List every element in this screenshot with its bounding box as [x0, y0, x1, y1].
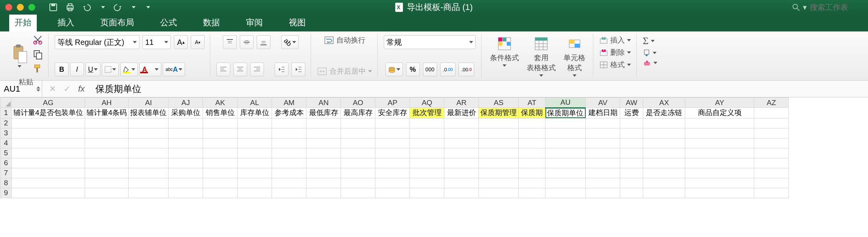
cell-AI6[interactable]: [129, 158, 169, 168]
cell-AI5[interactable]: [129, 148, 169, 158]
cell-AR9[interactable]: [444, 188, 479, 198]
row-header-9[interactable]: 9: [0, 188, 12, 198]
cell-AK9[interactable]: [203, 188, 237, 198]
row-header-1[interactable]: 1: [0, 108, 12, 118]
cell-AW7[interactable]: [620, 168, 643, 178]
cell-AM5[interactable]: [272, 148, 306, 158]
undo-caret[interactable]: [101, 6, 105, 8]
cell-AX6[interactable]: [643, 158, 685, 168]
cell-AS3[interactable]: [479, 128, 519, 138]
cell-AT6[interactable]: [519, 158, 545, 168]
cell-AU4[interactable]: [545, 138, 586, 148]
cell-AJ9[interactable]: [169, 188, 203, 198]
cell-AQ3[interactable]: [410, 128, 444, 138]
cell-AX9[interactable]: [643, 188, 685, 198]
increase-indent-button[interactable]: [292, 63, 305, 76]
cell-AG1[interactable]: 辅计量4是否包装单位: [12, 108, 85, 118]
cell-AT3[interactable]: [519, 128, 545, 138]
row-header-4[interactable]: 4: [0, 138, 12, 148]
cell-AX1[interactable]: 是否走冻链: [643, 108, 685, 118]
redo-icon[interactable]: [113, 3, 123, 12]
align-top-button[interactable]: [223, 35, 237, 49]
currency-button[interactable]: [385, 63, 403, 76]
cell-AS1[interactable]: 保质期管理: [479, 108, 519, 118]
cell-AS6[interactable]: [479, 158, 519, 168]
cell-AU9[interactable]: [545, 188, 586, 198]
cell-AP4[interactable]: [375, 138, 410, 148]
phonetic-button[interactable]: abcA: [163, 63, 185, 76]
undo-icon[interactable]: [83, 3, 93, 12]
col-header-AL[interactable]: AL: [237, 98, 272, 108]
cell-AS2[interactable]: [479, 118, 519, 128]
cell-AV9[interactable]: [586, 188, 620, 198]
col-header-AT[interactable]: AT: [519, 98, 545, 108]
cell-AG6[interactable]: [12, 158, 85, 168]
cell-AY2[interactable]: [685, 118, 754, 128]
cell-AV2[interactable]: [586, 118, 620, 128]
decrease-decimal-button[interactable]: .00.0: [459, 63, 474, 76]
cell-AL8[interactable]: [237, 178, 272, 188]
cell-AM9[interactable]: [272, 188, 306, 198]
cell-AH7[interactable]: [85, 168, 129, 178]
cell-AR4[interactable]: [444, 138, 479, 148]
cell-AO4[interactable]: [341, 138, 375, 148]
cell-AW4[interactable]: [620, 138, 643, 148]
cell-AR2[interactable]: [444, 118, 479, 128]
cell-AK3[interactable]: [203, 128, 237, 138]
cell-AJ2[interactable]: [169, 118, 203, 128]
cell-AL5[interactable]: [237, 148, 272, 158]
align-bottom-button[interactable]: [257, 35, 270, 49]
cell-AM1[interactable]: 参考成本: [272, 108, 306, 118]
col-header-AO[interactable]: AO: [341, 98, 375, 108]
name-box[interactable]: AU1: [0, 81, 42, 97]
wrap-text-button[interactable]: 自动换行: [324, 35, 365, 45]
qat-customize[interactable]: [146, 6, 150, 8]
cell-AJ8[interactable]: [169, 178, 203, 188]
cell-AH4[interactable]: [85, 138, 129, 148]
cell-AU7[interactable]: [545, 168, 586, 178]
cell-AU6[interactable]: [545, 158, 586, 168]
col-header-AW[interactable]: AW: [620, 98, 643, 108]
cell-AN6[interactable]: [306, 158, 341, 168]
cell-AP8[interactable]: [375, 178, 410, 188]
cell-AO6[interactable]: [341, 158, 375, 168]
cell-AY6[interactable]: [685, 158, 754, 168]
col-header-AY[interactable]: AY: [685, 98, 754, 108]
minimize-window[interactable]: [17, 4, 24, 11]
cell-AH1[interactable]: 辅计量4条码: [85, 108, 129, 118]
cell-AV3[interactable]: [586, 128, 620, 138]
cell-AS8[interactable]: [479, 178, 519, 188]
cell-AQ1[interactable]: 批次管理: [410, 108, 444, 118]
cell-AN2[interactable]: [306, 118, 341, 128]
cell-AL3[interactable]: [237, 128, 272, 138]
row-header-8[interactable]: 8: [0, 178, 12, 188]
cell-AU5[interactable]: [545, 148, 586, 158]
cell-AN8[interactable]: [306, 178, 341, 188]
format-as-table-button[interactable]: 套用 表格格式: [524, 35, 558, 77]
cell-AK1[interactable]: 销售单位: [203, 108, 237, 118]
percent-button[interactable]: %: [406, 63, 420, 76]
tab-6[interactable]: 视图: [283, 14, 311, 31]
cell-AP2[interactable]: [375, 118, 410, 128]
delete-cells-button[interactable]: ×删除: [599, 48, 631, 58]
tab-1[interactable]: 插入: [52, 14, 80, 31]
cell-AU3[interactable]: [545, 128, 586, 138]
align-left-button[interactable]: [216, 63, 230, 76]
cell-AM2[interactable]: [272, 118, 306, 128]
cell-AG4[interactable]: [12, 138, 85, 148]
cell-AK8[interactable]: [203, 178, 237, 188]
cell-AL7[interactable]: [237, 168, 272, 178]
cell-AI3[interactable]: [129, 128, 169, 138]
cell-AK5[interactable]: [203, 148, 237, 158]
tab-0[interactable]: 开始: [9, 14, 37, 31]
col-header-AI[interactable]: AI: [129, 98, 169, 108]
tab-4[interactable]: 数据: [198, 14, 225, 31]
cell-AX2[interactable]: [643, 118, 685, 128]
cell-AJ4[interactable]: [169, 138, 203, 148]
comma-button[interactable]: 000: [423, 63, 437, 76]
row-header-7[interactable]: 7: [0, 168, 12, 178]
cell-AM7[interactable]: [272, 168, 306, 178]
col-header-AK[interactable]: AK: [203, 98, 237, 108]
cell-AW6[interactable]: [620, 158, 643, 168]
cell-AO5[interactable]: [341, 148, 375, 158]
